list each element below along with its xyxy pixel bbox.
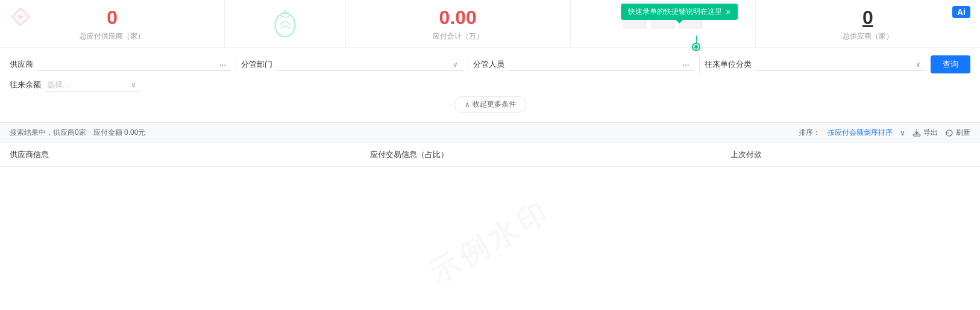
- collapse-icon: ∧: [465, 101, 470, 109]
- department-label: 分管部门: [241, 59, 272, 70]
- results-bar: 搜索结果中，供应商0家 应付金额 0.00元 排序： 按应付会额倒序排序 ∨ 导…: [0, 123, 980, 143]
- total-suppliers-value: 0: [862, 6, 873, 29]
- unit-class-arrow[interactable]: ∨: [916, 60, 921, 69]
- export-icon: [912, 129, 921, 137]
- table-col-supplier-info: 供应商信息: [10, 149, 370, 160]
- logo-icon: 米: [10, 6, 31, 29]
- stats-bar: 米 0 总应付供应商（家） 0.00 应付合计（万）: [0, 0, 980, 48]
- unit-class-input[interactable]: [755, 58, 926, 71]
- middle-icon-area: [225, 0, 345, 48]
- filter-bar: 供应商 ··· 分管部门 ∨ 分管人员 ··· 往来单位分类 ∨ 查询: [0, 48, 980, 123]
- shortcut-tooltip: 快速录单的快捷键说明在这里 ×: [621, 4, 738, 20]
- total-payable-suppliers-label: 总应付供应商（家）: [80, 31, 145, 42]
- payable-amount-text: 应付金额 0.00元: [93, 128, 146, 138]
- balance-input[interactable]: [45, 78, 141, 91]
- stat-total-payable-suppliers: 米 0 总应付供应商（家）: [0, 0, 225, 48]
- department-filter: 分管部门 ∨: [241, 58, 462, 71]
- supplier-label: 供应商: [10, 59, 33, 70]
- stat-total-suppliers: 0 总供应商（家） Ai: [756, 0, 980, 48]
- results-left: 搜索结果中，供应商0家 应付金额 0.00元: [10, 128, 145, 138]
- divider-3: [699, 55, 700, 73]
- supplier-input[interactable]: [37, 58, 231, 71]
- tooltip-text: 快速录单的快捷键说明在这里: [628, 7, 722, 17]
- total-payable-suppliers-value: 0: [107, 6, 118, 29]
- tooltip-close-btn[interactable]: ×: [726, 8, 730, 16]
- sort-select[interactable]: 按应付会额倒序排序: [828, 128, 893, 138]
- svg-text:米: 米: [17, 14, 24, 20]
- refresh-icon: [945, 129, 953, 137]
- divider-1: [236, 55, 236, 73]
- tooltip-dot: [693, 44, 699, 50]
- svg-point-2: [275, 13, 295, 37]
- collapse-btn[interactable]: ∧ 收起更多条件: [454, 96, 526, 113]
- results-right: 排序： 按应付会额倒序排序 ∨ 导出 刷新: [799, 128, 970, 138]
- supplier-filter: 供应商 ···: [10, 58, 231, 71]
- collapse-label: 收起更多条件: [473, 99, 516, 110]
- total-suppliers-label: 总供应商（家）: [843, 31, 893, 42]
- supplier-dots-btn[interactable]: ···: [219, 60, 227, 69]
- manager-label: 分管人员: [473, 59, 504, 70]
- department-arrow[interactable]: ∨: [453, 60, 458, 69]
- ai-badge[interactable]: Ai: [952, 6, 970, 18]
- sort-label: 排序：: [799, 128, 820, 138]
- watermark: 示例水印: [422, 191, 558, 292]
- sort-arrow[interactable]: ∨: [900, 129, 905, 137]
- export-btn[interactable]: 导出: [912, 128, 938, 138]
- balance-filter: 往来余额 ∨: [10, 78, 141, 91]
- payable-total-label: 应付合计（万）: [433, 31, 483, 42]
- payable-total-value: 0.00: [439, 6, 477, 29]
- filter-row-2: 往来余额 ∨: [10, 78, 970, 91]
- manager-dots-btn[interactable]: ···: [682, 60, 689, 69]
- placeholder-boxes: [623, 19, 703, 29]
- table-body: 示例水印: [0, 167, 980, 310]
- divider-2: [468, 55, 468, 73]
- search-result-text: 搜索结果中，供应商0家: [10, 128, 86, 138]
- stat-payable-total: 0.00 应付合计（万）: [346, 0, 571, 48]
- manager-input[interactable]: [508, 58, 694, 71]
- table-header: 供应商信息 应付交易信息（占比） 上次付款: [0, 143, 980, 167]
- refresh-label: 刷新: [956, 128, 970, 138]
- export-label: 导出: [923, 128, 938, 138]
- stat-right-area: 快速录单的快捷键说明在这里 ×: [571, 0, 756, 48]
- table-col-transaction-info: 应付交易信息（占比）: [370, 149, 730, 160]
- balance-label: 往来余额: [10, 79, 41, 90]
- collapse-area: ∧ 收起更多条件: [10, 96, 970, 122]
- table-col-last-payment: 上次付款: [730, 149, 971, 160]
- balance-arrow[interactable]: ∨: [131, 81, 136, 89]
- rice-bag-icon: [267, 6, 303, 42]
- unit-class-label: 往来单位分类: [705, 59, 752, 70]
- manager-filter: 分管人员 ···: [473, 58, 694, 71]
- query-button[interactable]: 查询: [931, 55, 970, 73]
- svg-rect-4: [913, 134, 920, 136]
- filter-row-1: 供应商 ··· 分管部门 ∨ 分管人员 ··· 往来单位分类 ∨ 查询: [10, 55, 970, 73]
- unit-class-filter: 往来单位分类 ∨: [705, 58, 926, 71]
- department-input[interactable]: [276, 58, 462, 71]
- refresh-btn[interactable]: 刷新: [945, 128, 970, 138]
